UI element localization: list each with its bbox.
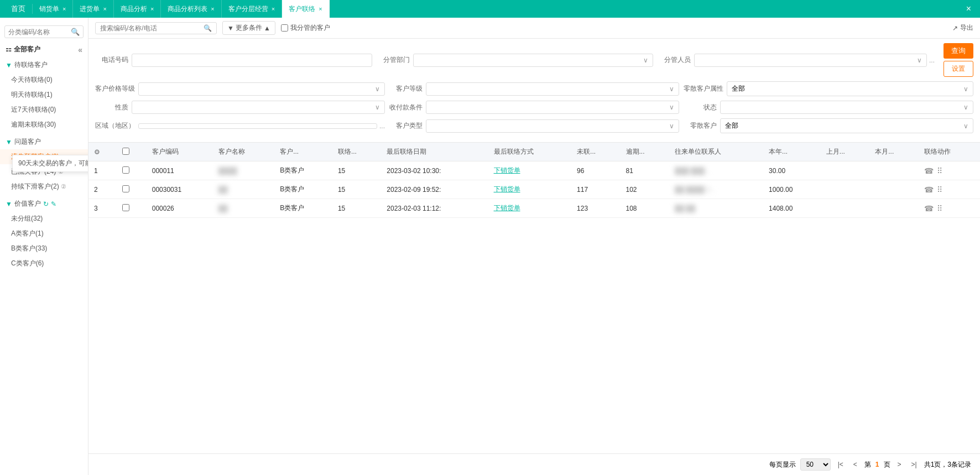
prev-btn[interactable]: <	[851, 460, 860, 469]
problem-customer-title[interactable]: ▼ 问题客户	[0, 134, 88, 149]
value-customer-refresh-icon[interactable]: ↻	[43, 200, 49, 208]
value-customer-edit-icon[interactable]: ✎	[51, 200, 56, 208]
sidebar-item-tomorrow[interactable]: 明天待联络(1)	[0, 87, 88, 102]
dept-select[interactable]: ∨	[413, 54, 654, 67]
prev-first-btn[interactable]: |<	[835, 460, 846, 469]
row-action-more-icon[interactable]: ⠿	[937, 166, 942, 175]
close-tab-customer-contact[interactable]: ×	[319, 6, 322, 12]
row-action-contact-icon[interactable]: ☎	[924, 185, 934, 194]
payment-select[interactable]: ∨	[426, 101, 679, 114]
sidebar-item-typeB[interactable]: B类客户(33)	[0, 241, 88, 256]
field-status: 状态 ∨	[684, 101, 973, 114]
next-last-btn[interactable]: >|	[909, 460, 920, 469]
nav-tab-purchase[interactable]: 进货单 ×	[73, 0, 113, 18]
nav-tab-customer-tier[interactable]: 客户分层经营 ×	[222, 0, 282, 18]
col-checkbox[interactable]	[117, 143, 147, 161]
nav-tab-sales[interactable]: 销货单 ×	[33, 0, 73, 18]
region-more-icon[interactable]: ...	[379, 122, 385, 130]
row-action-more-icon[interactable]: ⠿	[937, 204, 942, 213]
last-method-link[interactable]: 下销货单	[494, 185, 520, 193]
row-last-method[interactable]: 下销货单	[488, 199, 572, 218]
nav-home[interactable]: 首页	[4, 4, 33, 14]
sidebar-search-input[interactable]	[8, 28, 71, 36]
settings-button[interactable]: 设置	[943, 61, 973, 77]
col-thismonth-header: 本月...	[869, 143, 918, 161]
pending-contact-title[interactable]: ▼ 待联络客户	[0, 58, 88, 72]
row-checkbox-cell[interactable]	[117, 199, 147, 218]
value-customer-title[interactable]: ▼ 价值客户 ↻ ✎	[0, 196, 88, 211]
gear-icon[interactable]: ⚙	[94, 148, 100, 156]
row-not-contacted: 123	[571, 199, 620, 218]
chevron-up-icon: ▲	[264, 24, 270, 32]
sidebar-item-today[interactable]: 今天待联络(0)	[0, 72, 88, 87]
customer-tier-select[interactable]: ∨	[426, 82, 679, 96]
more-conditions-btn[interactable]: ▼ 更多条件 ▲	[222, 21, 275, 35]
close-tab-sales[interactable]: ×	[62, 6, 66, 12]
all-customers-header[interactable]: ⚏全部客户 «	[0, 41, 88, 58]
sidebar-item-declining[interactable]: 持续下滑客户(2) ②	[0, 179, 88, 194]
sidebar-item-overdue[interactable]: 逾期未联络(30)	[0, 117, 88, 132]
row-last-method[interactable]: 下销货单	[488, 180, 572, 199]
export-btn[interactable]: ↗ 导出	[952, 23, 973, 33]
region-select[interactable]	[138, 123, 377, 129]
last-method-link[interactable]: 下销货单	[494, 204, 520, 212]
row-not-contacted: 117	[571, 180, 620, 199]
customer-type-select[interactable]: ∨	[426, 119, 679, 133]
filter-bar: 🔍 ▼ 更多条件 ▲ 我分管的客户 ↗ 导出	[88, 18, 980, 39]
col-gear[interactable]: ⚙	[88, 143, 117, 161]
query-button[interactable]: 查询	[943, 43, 973, 59]
sidebar-item-typeC[interactable]: C类客户(6)	[0, 256, 88, 271]
page-suffix: 页	[884, 460, 890, 469]
status-select[interactable]: ∨	[720, 101, 973, 114]
select-all-checkbox[interactable]	[122, 148, 129, 155]
row-checkbox-cell[interactable]	[117, 161, 147, 180]
row-action-cell: ☎ ⠿	[919, 180, 980, 199]
nature-select[interactable]: ∨	[132, 101, 385, 114]
row-checkbox[interactable]	[122, 185, 129, 192]
search-input[interactable]	[100, 24, 204, 32]
close-tab-customer-tier[interactable]: ×	[272, 6, 275, 12]
total-info: 共1页，3条记录	[924, 460, 971, 469]
row-checkbox[interactable]	[122, 166, 129, 174]
nav-tab-customer-contact[interactable]: 客户联络 ×	[282, 0, 329, 18]
sidebar-item-typeA[interactable]: A类客户(1)	[0, 226, 88, 241]
nav-tab-analysis-list[interactable]: 商品分析列表 ×	[161, 0, 221, 18]
row-checkbox-cell[interactable]	[117, 180, 147, 199]
close-tab-analysis[interactable]: ×	[150, 6, 154, 12]
search-box[interactable]: 🔍	[95, 22, 217, 34]
close-all-btn[interactable]: ×	[962, 4, 976, 14]
col-thisyear-header: 本年...	[763, 143, 821, 161]
my-customers-checkbox[interactable]	[281, 24, 288, 32]
row-checkbox[interactable]	[122, 204, 129, 211]
last-method-link[interactable]: 下销货单	[494, 166, 520, 174]
top-nav: 首页 销货单 × 进货单 × 商品分析 × 商品分析列表 × 客户分层经营 × …	[0, 0, 980, 18]
sidebar-search[interactable]: 🔍	[4, 25, 84, 38]
close-tab-analysis-list[interactable]: ×	[211, 6, 214, 12]
manager-select[interactable]: ∨	[694, 54, 927, 67]
per-page-select[interactable]: 50 100 200	[800, 458, 831, 471]
next-btn[interactable]: >	[895, 460, 904, 469]
sidebar-collapse-icon[interactable]: «	[78, 45, 82, 54]
row-action-more-icon[interactable]: ⠿	[937, 185, 942, 194]
phone-input[interactable]	[132, 54, 372, 67]
row-action-contact-icon[interactable]: ☎	[924, 166, 934, 175]
table-row: 3 000026 ██ B类客户 15 2023-02-03 11:12: 下销…	[88, 199, 980, 218]
row-contact: 15	[332, 161, 381, 180]
row-no: 2	[88, 180, 117, 199]
sidebar-item-7days[interactable]: 近7天待联络(0)	[0, 102, 88, 117]
close-tab-purchase[interactable]: ×	[103, 6, 106, 12]
row-last-method[interactable]: 下销货单	[488, 161, 572, 180]
nav-tab-analysis[interactable]: 商品分析 ×	[114, 0, 161, 18]
pagination-bar: 每页显示 50 100 200 |< < 第 1 页 > >| 共1页，3条记录	[88, 453, 980, 475]
row-action-contact-icon[interactable]: ☎	[924, 204, 934, 213]
price-tier-select[interactable]: ∨	[138, 82, 385, 96]
table-area: ⚙ 客户编码 客户名称 客户... 联络... 最后联络日期 最后联络方式 未联…	[88, 143, 980, 453]
sidebar-item-ungroup[interactable]: 未分组(32)	[0, 211, 88, 226]
row-person: ███ ███...	[669, 161, 763, 180]
scatter-customer-select[interactable]: 全部 ∨	[720, 118, 973, 133]
manager-more-icon[interactable]: ...	[929, 56, 935, 64]
export-label: 导出	[960, 23, 973, 33]
my-customers-checkbox-area[interactable]: 我分管的客户	[281, 23, 330, 33]
field-customer-type: 客户类型 ∨	[389, 119, 679, 133]
scatter-attr-select[interactable]: 全部 ∨	[727, 81, 973, 96]
